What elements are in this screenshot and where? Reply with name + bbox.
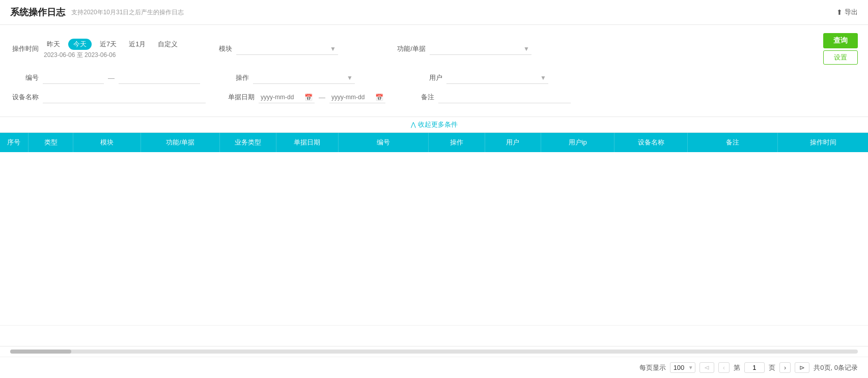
feature-label: 功能/单据 [397,44,430,53]
module-filter-group: 模块 ▼ [204,43,377,55]
scrollbar-track[interactable] [10,350,858,354]
col-index: 序号 [0,133,28,152]
page-subtitle: 支持2020年10月31日之后产生的操作日志 [71,8,184,17]
col-operation: 操作 [428,133,485,152]
col-user-ip: 用户ip [541,133,614,152]
header-left: 系统操作日志 支持2020年10月31日之后产生的操作日志 [10,6,184,18]
empty-cell [0,152,868,325]
remark-label: 备注 [406,93,438,102]
user-dropdown-wrap: ▼ [446,72,548,84]
time-buttons: 昨天 今天 近7天 近1月 自定义 [43,39,182,50]
collapse-icon: ⋀ [411,121,416,128]
doc-date-from-wrap: 📅 [259,92,315,103]
total-label: 共0页, 0条记录 [814,363,858,372]
number-label: 编号 [10,73,43,82]
page-label: 第 [734,363,740,372]
filter-row-1: 操作时间 昨天 今天 近7天 近1月 自定义 2023-06-06 至 2023… [10,33,858,65]
table-area: 序号 类型 模块 功能/单据 业务类型 单据日期 编号 操作 用户 用户ip 设… [0,133,868,346]
doc-date-dash: — [319,94,325,101]
doc-date-to-wrap: 📅 [329,92,385,103]
action-buttons: 查询 设置 [823,33,858,65]
export-label: 导出 [845,8,858,17]
col-device: 设备名称 [614,133,688,152]
page-title: 系统操作日志 [10,6,65,18]
time-btn-1month[interactable]: 近1月 [125,39,150,50]
time-btn-yesterday[interactable]: 昨天 [43,39,64,50]
doc-date-filter-group: 单据日期 📅 — 📅 [226,92,385,103]
export-icon: ⬆ [836,8,843,16]
time-btn-7days[interactable]: 近7天 [96,39,121,50]
time-label: 操作时间 [10,44,43,53]
user-input[interactable] [446,72,548,84]
filter-area: 操作时间 昨天 今天 近7天 近1月 自定义 2023-06-06 至 2023… [0,25,868,117]
operation-input[interactable] [253,72,355,84]
collapse-bar[interactable]: ⋀ 收起更多条件 [0,117,868,133]
time-range-display: 2023-06-06 至 2023-06-06 [43,51,182,60]
per-page-label: 每页显示 [639,363,666,372]
settings-button[interactable]: 设置 [823,50,858,65]
feature-dropdown-wrap: ▼ [430,43,531,55]
operation-filter-group: 操作 ▼ [220,72,394,84]
col-doc-date: 单据日期 [276,133,338,152]
calendar-to-icon[interactable]: 📅 [375,94,383,101]
per-page-select[interactable]: 100 50 200 [670,362,695,373]
filter-row-2: 编号 — 操作 ▼ 用户 ▼ [10,72,858,84]
remark-input[interactable] [438,91,571,103]
pagination-bar: 每页显示 100 50 200 ▼ ⊲ ‹ 第 页 › ⊳ 共0页, 0条记录 [0,357,868,378]
collapse-text: ⋀ 收起更多条件 [411,120,458,129]
device-label: 设备名称 [10,93,43,102]
first-page-button[interactable]: ⊲ [699,362,714,373]
remark-filter-group: 备注 [406,91,571,103]
col-type: 类型 [28,133,73,152]
data-table: 序号 类型 模块 功能/单据 业务类型 单据日期 编号 操作 用户 用户ip 设… [0,133,868,326]
feature-filter-group: 功能/单据 ▼ [397,43,570,55]
calendar-from-icon[interactable]: 📅 [304,94,313,101]
module-label: 模块 [204,44,236,53]
prev-page-button[interactable]: ‹ [718,362,730,373]
page-container: 系统操作日志 支持2020年10月31日之后产生的操作日志 ⬆ 导出 操作时间 … [0,0,868,378]
per-page-wrap: 100 50 200 ▼ [670,362,695,373]
operation-dropdown-wrap: ▼ [253,72,355,84]
time-btn-custom[interactable]: 自定义 [154,39,182,50]
scrollbar-thumb[interactable] [10,350,71,354]
scrollbar-area [0,346,868,357]
table-header-row: 序号 类型 模块 功能/单据 业务类型 单据日期 编号 操作 用户 用户ip 设… [0,133,868,152]
col-biz-type: 业务类型 [220,133,276,152]
time-filter: 昨天 今天 近7天 近1月 自定义 2023-06-06 至 2023-06-0… [43,39,182,60]
operation-label: 操作 [220,73,253,82]
module-input[interactable] [236,43,338,55]
filter-row-3: 设备名称 单据日期 📅 — 📅 备注 [10,91,858,103]
time-filter-group: 操作时间 昨天 今天 近7天 近1月 自定义 2023-06-06 至 2023… [10,39,183,60]
col-feature: 功能/单据 [141,133,220,152]
number-dash: — [108,74,115,82]
user-label: 用户 [414,73,446,82]
col-op-time: 操作时间 [778,133,868,152]
number-input-from[interactable] [43,72,104,84]
query-button[interactable]: 查询 [823,33,858,48]
next-page-button[interactable]: › [779,362,791,373]
feature-input[interactable] [430,43,531,55]
page-number-input[interactable] [744,362,765,373]
col-remark: 备注 [688,133,778,152]
user-filter-group: 用户 ▼ [414,72,587,84]
doc-date-label: 单据日期 [226,93,259,102]
col-number: 编号 [338,133,428,152]
time-btn-today[interactable]: 今天 [68,39,92,50]
table-body [0,152,868,325]
page-header: 系统操作日志 支持2020年10月31日之后产生的操作日志 ⬆ 导出 [0,0,868,25]
module-dropdown-wrap: ▼ [236,43,338,55]
collapse-label: 收起更多条件 [418,120,458,129]
device-input[interactable] [43,91,206,103]
col-user: 用户 [485,133,541,152]
page-unit: 页 [769,363,775,372]
last-page-button[interactable]: ⊳ [795,362,809,373]
empty-row [0,152,868,325]
export-button[interactable]: ⬆ 导出 [836,8,858,17]
table-header: 序号 类型 模块 功能/单据 业务类型 单据日期 编号 操作 用户 用户ip 设… [0,133,868,152]
col-module: 模块 [73,133,141,152]
number-input-to[interactable] [119,72,200,84]
